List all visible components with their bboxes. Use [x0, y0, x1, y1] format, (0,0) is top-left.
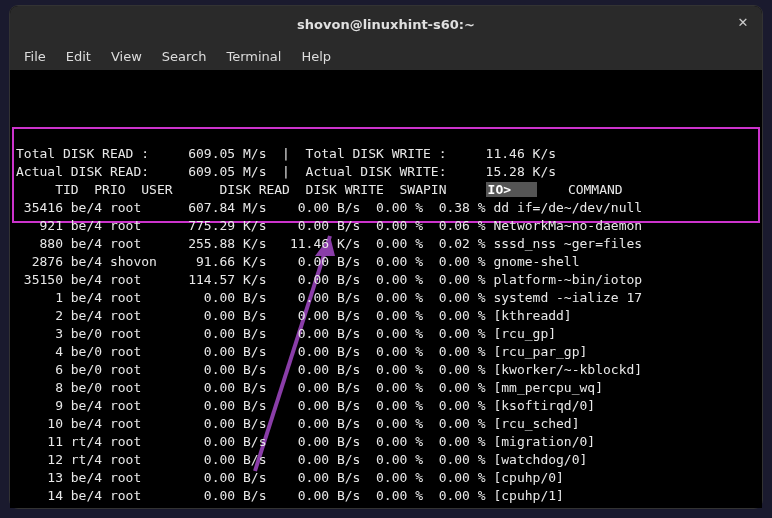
titlebar[interactable]: shovon@linuxhint-s60:~ ✕: [10, 6, 762, 42]
menu-edit[interactable]: Edit: [56, 45, 101, 68]
window-title: shovon@linuxhint-s60:~: [297, 17, 475, 32]
menu-view[interactable]: View: [101, 45, 152, 68]
terminal-window: shovon@linuxhint-s60:~ ✕ File Edit View …: [10, 6, 762, 508]
close-icon[interactable]: ✕: [734, 14, 752, 32]
menu-terminal[interactable]: Terminal: [216, 45, 291, 68]
menu-search[interactable]: Search: [152, 45, 217, 68]
menu-file[interactable]: File: [14, 45, 56, 68]
terminal-output[interactable]: Total DISK READ : 609.05 M/s | Total DIS…: [10, 71, 762, 508]
menu-help[interactable]: Help: [291, 45, 341, 68]
menubar: File Edit View Search Terminal Help: [10, 42, 762, 71]
